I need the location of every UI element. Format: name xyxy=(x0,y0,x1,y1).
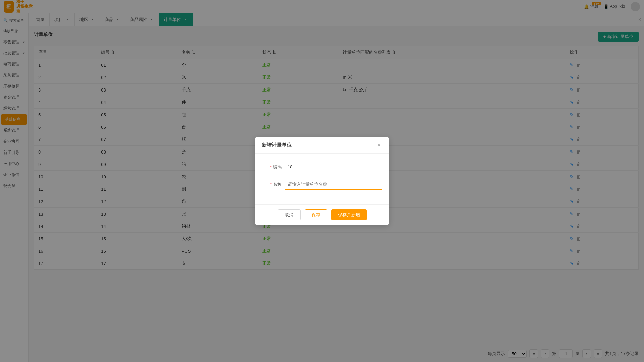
modal-body: * 编码 * 名称 xyxy=(255,154,389,204)
save-button[interactable]: 保存 xyxy=(305,209,327,220)
modal-overlay[interactable]: 新增计量单位 × * 编码 * 名称 取消 保存 保存并新增 xyxy=(0,0,644,362)
form-row-name: * 名称 xyxy=(262,179,382,190)
save-and-add-button[interactable]: 保存并新增 xyxy=(331,209,367,220)
cancel-button[interactable]: 取消 xyxy=(278,209,301,220)
code-label: * 编码 xyxy=(262,164,285,170)
code-input[interactable] xyxy=(285,162,382,172)
name-input[interactable] xyxy=(285,179,382,190)
add-unit-modal: 新增计量单位 × * 编码 * 名称 取消 保存 保存并新增 xyxy=(255,137,389,225)
modal-header: 新增计量单位 × xyxy=(255,137,389,154)
modal-close-button[interactable]: × xyxy=(376,142,382,148)
modal-footer: 取消 保存 保存并新增 xyxy=(255,204,389,225)
form-row-code: * 编码 xyxy=(262,162,382,172)
name-label: * 名称 xyxy=(262,181,285,187)
modal-title: 新增计量单位 xyxy=(262,142,292,148)
